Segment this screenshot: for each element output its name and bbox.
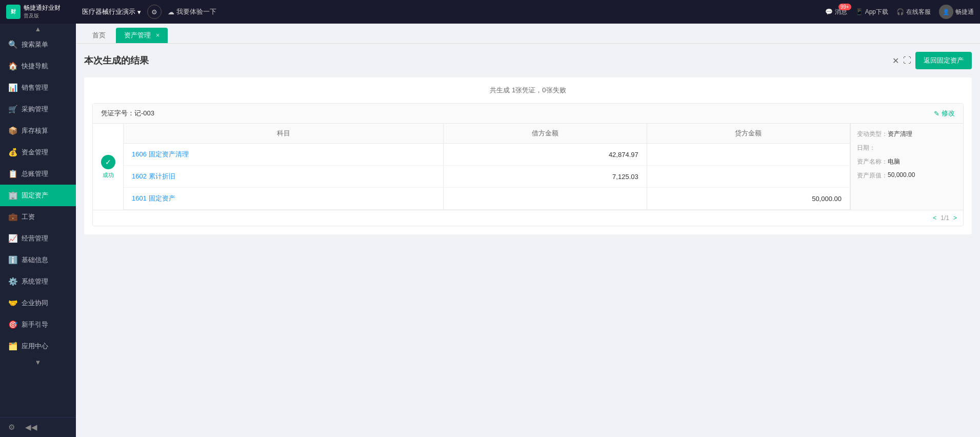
message-button[interactable]: 💬 消息 99+ [825,8,847,16]
detail-original-value: 资产原值： 50,000.00 [857,171,957,180]
app-download-label: App下载 [865,8,888,16]
change-type-label: 变动类型： [857,130,888,138]
row3-credit: 50,000.00 [647,188,850,210]
sidebar-item-fixed-assets[interactable]: 🏢 固定资产 [0,185,76,206]
voucher-table-wrap: 科目 借方金额 贷方金额 1606 固定资产清理 42,874.97 [124,124,850,210]
settings-button[interactable]: ⚙ [147,5,162,19]
row2-debit: 7,125.03 [444,166,647,188]
sidebar-item-guide[interactable]: 🎯 新手引导 [0,314,76,335]
sidebar-item-system[interactable]: ⚙️ 系统管理 [0,271,76,292]
inventory-icon: 📦 [8,126,17,135]
sidebar-item-operations[interactable]: 📈 经营管理 [0,228,76,249]
sidebar-label-funds: 资金管理 [22,148,48,157]
purchase-icon: 🛒 [8,105,17,114]
home-icon: 🏠 [8,62,17,71]
ledger-icon: 📋 [8,169,17,178]
tab-asset-mgmt-label: 资产管理 [124,31,151,39]
online-service-button[interactable]: 🎧 在线客服 [896,8,931,16]
table-row: 1601 固定资产 50,000.00 [124,188,850,210]
collapse-sidebar-button[interactable]: ◀◀ [25,423,37,432]
sidebar-item-funds[interactable]: 💰 资金管理 [0,142,76,163]
sidebar-item-quick-nav[interactable]: 🏠 快捷导航 [0,55,76,77]
sidebar-item-sales[interactable]: 📊 销售管理 [0,77,76,98]
original-value-value: 50,000.00 [888,171,915,180]
table-row: 1606 固定资产清理 42,874.97 [124,144,850,166]
success-circle-icon: ✓ [101,155,115,169]
sidebar-item-enterprise[interactable]: 🤝 企业协同 [0,292,76,314]
sidebar-item-inventory[interactable]: 📦 库存核算 [0,120,76,142]
page-info: 1/1 [941,214,949,222]
download-icon: 📱 [855,8,863,15]
system-icon: ⚙️ [8,277,17,286]
search-icon: 🔍 [8,40,17,49]
sidebar-scroll-up[interactable]: ▲ [0,24,76,34]
edit-label: 修改 [942,109,955,118]
prev-page-button[interactable]: < [933,214,936,222]
change-type-value: 资产清理 [888,130,912,138]
message-icon: 💬 [825,8,833,15]
row2-credit [647,166,850,188]
tab-close-icon[interactable]: × [156,31,160,39]
page-content: 本次生成的结果 ✕ ⛶ 返回固定资产 共生成 1张凭证，0张失败 凭证字号：记-… [76,44,980,437]
payroll-icon: 💼 [8,212,17,222]
sidebar-label-basic-info: 基础信息 [22,255,48,265]
sidebar-label-sales: 销售管理 [22,83,48,92]
sidebar-label-search-menu: 搜索菜单 [22,40,48,49]
edit-icon: ✎ [934,110,939,117]
expand-window-button[interactable]: ⛶ [903,56,911,65]
sidebar-label-operations: 经营管理 [22,234,48,243]
next-page-button[interactable]: > [953,214,957,222]
detail-change-type: 变动类型： 资产清理 [857,130,957,138]
operations-icon: 📈 [8,234,17,243]
logo-sub: 普及版 [24,12,61,19]
asset-name-label: 资产名称： [857,157,888,166]
sidebar-label-system: 系统管理 [22,277,48,286]
company-name: 医疗器械行业演示 [82,7,135,16]
enterprise-icon: 🤝 [8,299,17,308]
sidebar-item-ledger[interactable]: 📋 总账管理 [0,163,76,185]
success-label: 成功 [103,171,114,179]
tab-home[interactable]: 首页 [84,28,114,43]
settings-bottom-icon[interactable]: ⚙ [8,423,15,432]
tab-home-label: 首页 [92,31,106,39]
sidebar-item-search-menu[interactable]: 🔍 搜索菜单 [0,34,76,55]
voucher-body: ✓ 成功 科目 借方金额 贷方金额 [93,124,963,210]
tab-bar: 首页 资产管理 × [76,24,980,44]
row2-subject: 1602 累计折旧 [124,166,444,188]
experience-button[interactable]: ☁ 我要体验一下 [168,7,216,16]
page-header-row: 本次生成的结果 ✕ ⛶ 返回固定资产 [84,52,972,69]
page-title: 本次生成的结果 [84,54,149,67]
close-window-button[interactable]: ✕ [892,56,899,66]
sidebar-item-payroll[interactable]: 💼 工资 [0,206,76,228]
user-area[interactable]: 👤 畅捷通 [939,5,974,19]
sidebar-item-purchase[interactable]: 🛒 采购管理 [0,98,76,120]
voucher-header: 凭证字号：记-003 ✎ 修改 [93,104,963,124]
detail-asset-name: 资产名称： 电脑 [857,157,957,166]
success-status-col: ✓ 成功 [93,124,124,210]
voucher-number: 凭证字号：记-003 [101,109,154,118]
fixed-assets-icon: 🏢 [8,191,17,200]
detail-date: 日期： [857,144,957,152]
header-middle: 医疗器械行业演示 ▾ ⚙ ☁ 我要体验一下 [82,5,825,19]
logo-icon: 财 [6,5,21,19]
sidebar-item-basic-info[interactable]: ℹ️ 基础信息 [0,249,76,271]
row3-debit [444,188,647,210]
username: 畅捷通 [955,8,974,16]
app-center-icon: 🗂️ [8,342,17,351]
row1-credit [647,144,850,166]
logo-area: 财 畅捷通好业财 普及版 [6,4,82,19]
basic-info-icon: ℹ️ [8,255,17,265]
return-fixed-assets-button[interactable]: 返回固定资产 [915,52,972,69]
sidebar-scroll-down[interactable]: ▼ [0,357,76,367]
tab-asset-mgmt[interactable]: 资产管理 × [116,28,168,43]
app-download-button[interactable]: 📱 App下载 [855,8,888,16]
edit-voucher-button[interactable]: ✎ 修改 [934,109,955,118]
company-selector[interactable]: 医疗器械行业演示 ▾ [82,7,141,16]
experience-label: 我要体验一下 [176,7,216,16]
voucher-detail-panel: 变动类型： 资产清理 日期： 资产名称： 电脑 [850,124,963,210]
sidebar-label-purchase: 采购管理 [22,105,48,114]
message-badge: 99+ [838,4,851,10]
sidebar-label-inventory: 库存核算 [22,126,48,135]
funds-icon: 💰 [8,148,17,157]
sidebar-item-app-center[interactable]: 🗂️ 应用中心 [0,335,76,357]
